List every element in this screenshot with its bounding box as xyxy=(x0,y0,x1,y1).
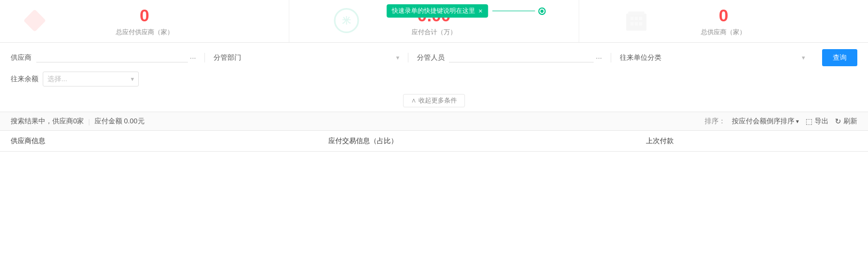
svg-rect-7 xyxy=(635,17,638,20)
balance-select-text: 选择... xyxy=(48,74,131,84)
stat-icon-diamond: 采 xyxy=(21,7,48,35)
total-payable-suppliers-label: 总应付供应商（家） xyxy=(116,28,173,37)
sort-label: 排序： xyxy=(705,116,725,126)
results-divider: | xyxy=(88,117,90,125)
tooltip-dot xyxy=(539,9,545,14)
sort-chevron-icon: ▾ xyxy=(796,118,799,125)
person-field: 分管人员 ··· xyxy=(408,53,611,62)
svg-rect-6 xyxy=(630,17,634,20)
dept-label: 分管部门 xyxy=(214,53,241,62)
query-button[interactable]: 查询 xyxy=(822,49,857,66)
collapse-button[interactable]: ∧ 收起更多条件 xyxy=(403,94,464,107)
balance-chevron-icon: ▾ xyxy=(131,75,134,83)
person-input[interactable] xyxy=(449,53,594,62)
stat-icon-building xyxy=(622,6,651,36)
refresh-label: 刷新 xyxy=(843,116,857,126)
refresh-button[interactable]: ↻ 刷新 xyxy=(835,116,857,126)
svg-text:米: 米 xyxy=(342,15,351,25)
filter-area: 供应商 ··· 分管部门 ▾ 分管人员 ··· 往来单位分类 ▾ xyxy=(0,43,868,112)
stat-payable-total: 米 快速录单的快捷键说明在这里 × 0.00 应付合计（万） xyxy=(289,0,579,42)
unit-class-select[interactable]: ▾ xyxy=(666,54,805,61)
results-summary: 搜索结果中，供应商0家 xyxy=(11,116,84,126)
filter-row-1: 供应商 ··· 分管部门 ▾ 分管人员 ··· 往来单位分类 ▾ xyxy=(11,49,857,66)
col-header-transaction: 应付交易信息（占比） xyxy=(328,136,646,146)
collapse-row: ∧ 收起更多条件 xyxy=(11,92,857,112)
supplier-dots-button[interactable]: ··· xyxy=(190,53,196,62)
export-icon: ⬚ xyxy=(806,117,812,125)
tooltip-bubble: 快速录单的快捷键说明在这里 × xyxy=(386,4,488,18)
unit-class-field: 往来单位分类 ▾ xyxy=(611,53,814,62)
stat-total-payable-suppliers: 采 0 总应付供应商（家） xyxy=(0,0,289,42)
tooltip-line xyxy=(492,11,535,11)
query-btn-wrapper: 查询 xyxy=(814,49,857,66)
balance-select[interactable]: 选择... ▾ xyxy=(43,72,139,87)
total-suppliers-label: 总供应商（家） xyxy=(701,28,746,37)
export-button[interactable]: ⬚ 导出 xyxy=(806,116,828,126)
dept-field: 分管部门 ▾ xyxy=(205,53,408,62)
svg-rect-10 xyxy=(635,22,638,25)
dept-select[interactable]: ▾ xyxy=(246,54,399,61)
dept-chevron-icon: ▾ xyxy=(396,54,399,61)
balance-label: 往来余额 xyxy=(11,74,38,84)
unit-class-label: 往来单位分类 xyxy=(620,53,661,62)
svg-rect-11 xyxy=(639,22,642,25)
person-dots-button[interactable]: ··· xyxy=(596,53,602,62)
tooltip-text: 快速录单的快捷键说明在这里 xyxy=(392,6,475,15)
filter-row-2: 往来余额 选择... ▾ xyxy=(11,72,857,92)
sort-select[interactable]: 按应付会额倒序排序 ▾ xyxy=(732,116,799,126)
results-bar-right: 排序： 按应付会额倒序排序 ▾ ⬚ 导出 ↻ 刷新 xyxy=(705,116,857,126)
stat-icon-coin: 米 xyxy=(332,6,361,36)
sort-value: 按应付会额倒序排序 xyxy=(732,116,794,126)
svg-text:采: 采 xyxy=(31,16,39,24)
results-amount: 应付金额 0.00元 xyxy=(94,116,145,126)
stats-bar: 采 0 总应付供应商（家） 米 快速录单的快捷键说明在这里 × 0.00 应付合… xyxy=(0,0,868,43)
tooltip-container: 快速录单的快捷键说明在这里 × xyxy=(386,4,545,18)
export-label: 导出 xyxy=(815,116,828,126)
total-payable-suppliers-number: 0 xyxy=(140,5,149,26)
svg-rect-8 xyxy=(639,17,642,20)
table-header: 供应商信息 应付交易信息（占比） 上次付款 xyxy=(0,131,868,152)
col-header-lastpay: 上次付款 xyxy=(646,136,858,146)
supplier-input[interactable] xyxy=(36,53,188,62)
refresh-icon: ↻ xyxy=(835,117,841,125)
total-suppliers-number: 0 xyxy=(719,5,728,26)
tooltip-close-button[interactable]: × xyxy=(478,7,483,14)
unit-class-chevron-icon: ▾ xyxy=(802,54,805,61)
col-header-supplier: 供应商信息 xyxy=(11,136,328,146)
svg-rect-9 xyxy=(630,22,634,25)
supplier-label: 供应商 xyxy=(11,53,32,62)
supplier-field: 供应商 ··· xyxy=(11,53,205,62)
payable-total-label: 应付合计（万） xyxy=(412,28,456,37)
svg-rect-5 xyxy=(628,11,644,15)
stat-total-suppliers: 0 总供应商（家） xyxy=(579,0,868,42)
person-label: 分管人员 xyxy=(417,53,445,62)
results-bar: 搜索结果中，供应商0家 | 应付金额 0.00元 排序： 按应付会额倒序排序 ▾… xyxy=(0,112,868,131)
table-body xyxy=(0,152,868,275)
